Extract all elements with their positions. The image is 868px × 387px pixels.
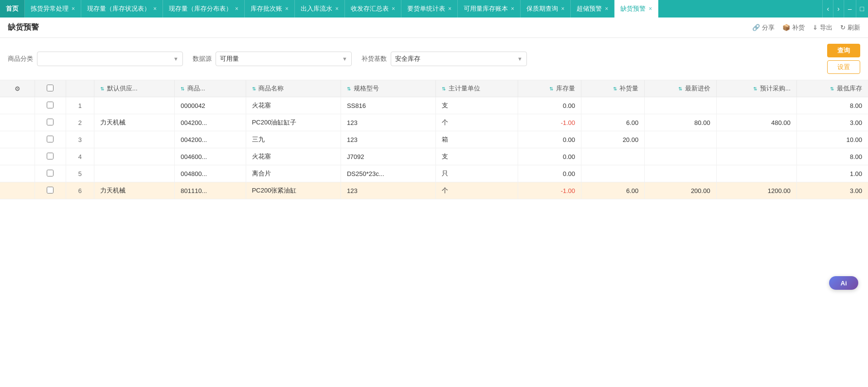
row-settings-3 (0, 148, 35, 165)
tab-7[interactable]: 要货单统计表 × (401, 0, 458, 18)
row-stock-3: 0.00 (518, 148, 581, 165)
tab-5[interactable]: 出入库流水 × (295, 0, 345, 18)
col-header-purchase[interactable]: ⇅ 预计采购... (716, 80, 796, 97)
page-header: 缺货预警 🔗 分享 📦 补货 ⇓ 导出 ↻ 刷新 (0, 18, 868, 38)
tab-9[interactable]: 保质期查询 × (521, 0, 571, 18)
tab-maximize-btn[interactable]: □ (856, 0, 868, 18)
col-header-stock[interactable]: ⇅ 库存量 (518, 80, 581, 97)
row-code-4: 004800... (175, 165, 246, 182)
tab-7-close[interactable]: × (448, 5, 452, 12)
table-row: 6 力天机械 801110... PC200张紧油缸 123 个 -1.00 6… (0, 182, 868, 199)
tab-9-close[interactable]: × (561, 5, 564, 12)
tab-2[interactable]: 现存量（库存状况表） × (81, 0, 163, 18)
row-checkbox-0[interactable] (47, 102, 54, 108)
tab-8[interactable]: 可用量库存账本 × (458, 0, 521, 18)
share-btn[interactable]: 🔗 分享 (752, 23, 775, 32)
tab-1[interactable]: 拣货异常处理 × (25, 0, 81, 18)
row-check-2[interactable] (35, 131, 66, 148)
col-header-supplier[interactable]: ⇅ 默认供应... (94, 80, 175, 97)
replenish-icon: 📦 (782, 24, 790, 31)
row-replen-0 (581, 97, 645, 114)
table-row: 5 004800... 离合片 DS250*23c... 只 0.00 1.00 (0, 165, 868, 182)
row-check-4[interactable] (35, 165, 66, 182)
tab-6[interactable]: 收发存汇总表 × (345, 0, 401, 18)
row-checkbox-3[interactable] (47, 153, 54, 159)
col-header-name[interactable]: ⇅ 商品名称 (246, 80, 341, 97)
row-check-1[interactable] (35, 114, 66, 131)
row-check-5[interactable] (35, 182, 66, 199)
row-checkbox-4[interactable] (47, 170, 54, 176)
tab-11-close[interactable]: × (649, 5, 652, 12)
tab-8-close[interactable]: × (511, 5, 514, 12)
tab-2-close[interactable]: × (153, 5, 157, 12)
row-check-3[interactable] (35, 148, 66, 165)
col-header-check[interactable] (35, 80, 66, 97)
replenish-base-label: 补货基数 (362, 54, 387, 63)
tab-6-close[interactable]: × (392, 5, 395, 12)
filter-bar: 商品分类 ▼ 数据源 可用量 ▼ 补货基数 安全库存 ▼ 查询 设置 (0, 38, 868, 80)
row-price-1: 80.00 (645, 114, 716, 131)
replenish-btn[interactable]: 📦 补货 (782, 23, 805, 32)
col-header-settings[interactable]: ⚙ (0, 80, 35, 97)
col-header-spec[interactable]: ⇅ 规格型号 (341, 80, 435, 97)
query-button[interactable]: 查询 (827, 44, 860, 57)
table-row: 3 004200... 三九 123 箱 0.00 20.00 10.00 (0, 131, 868, 148)
row-minstock-2: 10.00 (796, 131, 868, 148)
ai-button[interactable]: Ai (829, 276, 858, 290)
row-code-0: 0000042 (175, 97, 246, 114)
replenish-base-arrow-icon: ▼ (517, 56, 523, 62)
row-spec-3: J7092 (341, 148, 435, 165)
row-replen-3 (581, 148, 645, 165)
row-stock-1: -1.00 (518, 114, 581, 131)
replenish-base-value: 安全库存 (395, 54, 420, 63)
tab-10[interactable]: 超储预警 × (571, 0, 615, 18)
table-header-row: ⚙ ⇅ 默认供应... ⇅ 商品... ⇅ (0, 80, 868, 97)
export-btn[interactable]: ⇓ 导出 (813, 23, 832, 32)
row-supplier-3 (94, 148, 175, 165)
row-spec-4: DS250*23c... (341, 165, 435, 182)
tab-10-close[interactable]: × (605, 5, 608, 12)
row-check-0[interactable] (35, 97, 66, 114)
col-header-code[interactable]: ⇅ 商品... (175, 80, 246, 97)
tab-1-close[interactable]: × (72, 5, 75, 12)
settings-button[interactable]: 设置 (827, 60, 860, 74)
col-header-replen[interactable]: ⇅ 补货量 (581, 80, 645, 97)
row-replen-4 (581, 165, 645, 182)
row-unit-5: 个 (436, 182, 518, 199)
tab-5-close[interactable]: × (335, 5, 339, 12)
row-price-3 (645, 148, 716, 165)
sort-icon-purchase: ⇅ (753, 86, 757, 91)
tab-minimize-btn[interactable]: – (844, 0, 856, 18)
tab-3-close[interactable]: × (235, 5, 238, 12)
product-category-group: 商品分类 ▼ (8, 52, 183, 66)
tab-4[interactable]: 库存批次账 × (245, 0, 295, 18)
product-category-arrow-icon: ▼ (173, 56, 179, 62)
tab-prev-btn[interactable]: ‹ (822, 0, 833, 18)
table-container: ⚙ ⇅ 默认供应... ⇅ 商品... ⇅ (0, 80, 868, 199)
tab-11[interactable]: 缺货预警 × (615, 0, 658, 18)
col-header-minstock[interactable]: ⇅ 最低库存 (796, 80, 868, 97)
export-icon: ⇓ (813, 24, 818, 31)
product-category-select[interactable]: ▼ (37, 52, 183, 66)
refresh-btn[interactable]: ↻ 刷新 (840, 23, 860, 32)
tab-next-btn[interactable]: › (833, 0, 844, 18)
header-checkbox[interactable] (47, 85, 54, 91)
col-header-price[interactable]: ⇅ 最新进价 (645, 80, 716, 97)
row-checkbox-1[interactable] (47, 119, 54, 125)
row-minstock-4: 1.00 (796, 165, 868, 182)
row-checkbox-5[interactable] (47, 187, 54, 194)
tab-4-close[interactable]: × (285, 5, 289, 12)
table-row: 1 0000042 火花塞 SS816 支 0.00 8.00 (0, 97, 868, 114)
replenish-base-select[interactable]: 安全库存 ▼ (391, 52, 527, 66)
row-price-4 (645, 165, 716, 182)
row-spec-2: 123 (341, 131, 435, 148)
tab-home[interactable]: 首页 (0, 0, 25, 18)
table-row: 4 004600... 火花塞 J7092 支 0.00 8.00 (0, 148, 868, 165)
tab-3[interactable]: 现存量（库存分布表） × (163, 0, 245, 18)
col-header-unit[interactable]: ⇅ 主计量单位 (436, 80, 518, 97)
row-minstock-3: 8.00 (796, 148, 868, 165)
row-checkbox-2[interactable] (47, 136, 54, 142)
row-purchase-3 (716, 148, 796, 165)
data-source-select[interactable]: 可用量 ▼ (216, 52, 352, 66)
sort-icon-name: ⇅ (252, 86, 256, 91)
